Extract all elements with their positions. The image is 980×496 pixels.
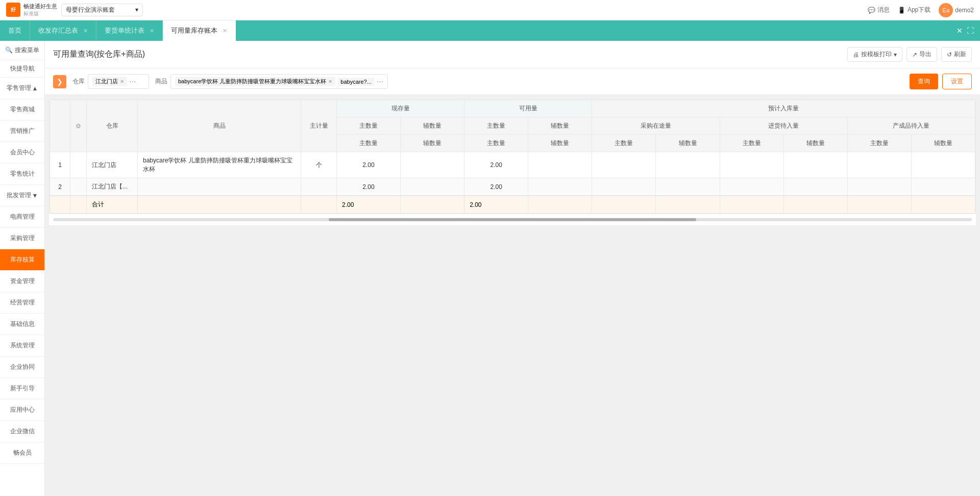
cell-settings-2 [70, 178, 87, 196]
user-profile[interactable]: Ea demo2 [939, 3, 974, 17]
sidebar-item-operations[interactable]: 经营管理 [0, 292, 44, 314]
main-layout: 🔍 搜索菜单 快捷导航 零售管理 ▲ 零售商城 营销推广 会员中心 零售统计 批… [0, 41, 980, 496]
table-row: 2 江北门店【... 2.00 2.00 [50, 178, 975, 196]
sidebar-item-marketing[interactable]: 营销推广 [0, 121, 44, 142]
sidebar: 🔍 搜索菜单 快捷导航 零售管理 ▲ 零售商城 营销推广 会员中心 零售统计 批… [0, 41, 45, 496]
close-all-tabs-icon[interactable]: ✕ [957, 27, 963, 35]
refresh-button[interactable]: ↺ 刷新 [941, 47, 972, 62]
sidebar-item-enterprise[interactable]: 企业协同 [0, 357, 44, 378]
footer-pt-main [592, 196, 656, 214]
sidebar-item-app-center[interactable]: 应用中心 [0, 399, 44, 421]
product-input[interactable]: babycare学饮杯 儿童防摔防撞吸管杯重力球吸嘴杯宝宝水杯 ✕ babyca… [170, 74, 388, 89]
cell-cur-main-2: 2.00 [337, 178, 401, 196]
th-cur-main-qty: 主数量 [337, 135, 401, 152]
fullscreen-icon[interactable]: ⛶ [967, 27, 974, 35]
footer-empty-3 [138, 196, 301, 214]
filter-bar: ❯ 仓库 江北门店 ✕ ··· 商品 [45, 68, 980, 95]
scroll-container [49, 214, 976, 225]
product-filter-group: 商品 babycare学饮杯 儿童防摔防撞吸管杯重力球吸嘴杯宝宝水杯 ✕ bab… [155, 74, 388, 89]
sidebar-item-retail-stats[interactable]: 零售统计 [0, 163, 44, 185]
sidebar-item-basic-info[interactable]: 基础信息 [0, 314, 44, 335]
chevron-right-icon: ❯ [57, 78, 63, 86]
product-label: 商品 [155, 77, 167, 86]
th-prodp-main: 主数量 [847, 135, 911, 152]
warehouse-input[interactable]: 江北门店 ✕ ··· [88, 74, 149, 89]
warehouse-label: 仓库 [72, 77, 85, 86]
th-expected-in: 预计入库量 [592, 100, 975, 117]
sidebar-item-vip[interactable]: 畅会员 [0, 442, 44, 464]
settings-gear-icon[interactable]: ⚙ [76, 123, 81, 130]
product-tag-1-close[interactable]: ✕ [328, 79, 332, 84]
warehouse-tag-close[interactable]: ✕ [120, 79, 124, 84]
product-more-icon[interactable]: ··· [377, 77, 383, 86]
cell-prodp-main-1 [847, 152, 911, 178]
sidebar-item-retail-mgmt[interactable]: 零售管理 ▲ [0, 78, 44, 99]
filter-expand-button[interactable]: ❯ [53, 75, 66, 88]
th-current-main: 主数量 [337, 117, 401, 135]
th-purchase-pending: 进货待入量 [720, 117, 847, 135]
tab-receive-summary-close[interactable]: ✕ [83, 28, 88, 34]
sidebar-quick-nav[interactable]: 快捷导航 [0, 60, 44, 78]
footer-pp-main [720, 196, 783, 214]
export-button[interactable]: ↗ 导出 [906, 47, 937, 62]
tab-order-stats[interactable]: 要货单统计表 ✕ [96, 20, 163, 41]
sidebar-item-ecommerce[interactable]: 电商管理 [0, 206, 44, 228]
sidebar-search[interactable]: 🔍 搜索菜单 [0, 41, 44, 60]
app-download-button[interactable]: 📱 App下载 [898, 6, 930, 14]
sidebar-item-batch-mgmt[interactable]: 批发管理 ▼ [0, 185, 44, 206]
th-product: 商品 [138, 100, 301, 152]
footer-empty-4 [301, 196, 337, 214]
table-container: ⚙ 仓库 商品 主计量 现存量 可用量 预计入库量 主数量 辅数量 [49, 99, 976, 214]
th-main-unit: 主计量 [301, 100, 337, 152]
footer-avail-aux [528, 196, 592, 214]
tab-available-inventory-close[interactable]: ✕ [223, 28, 227, 34]
table-row: 1 江北门店 babycare学饮杯 儿童防摔防撞吸管杯重力球吸嘴杯宝宝水杯 个… [50, 152, 975, 178]
cell-unit-1: 个 [301, 152, 337, 178]
refresh-icon: ↺ [947, 51, 952, 58]
store-selector[interactable]: 母婴行业演示账套 ▾ [61, 4, 143, 16]
store-name: 母婴行业演示账套 [66, 6, 115, 14]
th-av-aux-qty: 辅数量 [528, 135, 592, 152]
sidebar-item-enterprise-wechat[interactable]: 企业微信 [0, 421, 44, 442]
th-pp-main: 主数量 [720, 135, 783, 152]
tab-receive-summary[interactable]: 收发存汇总表 ✕ [30, 20, 96, 41]
warehouse-more-icon[interactable]: ··· [129, 77, 136, 86]
logo-subtitle: 标准版 [23, 10, 57, 17]
cell-warehouse-2: 江北门店【... [87, 178, 138, 196]
tab-available-inventory[interactable]: 可用量库存账本 ✕ [163, 20, 236, 41]
th-pt-aux: 辅数量 [656, 135, 720, 152]
sidebar-item-retail-mall[interactable]: 零售商城 [0, 99, 44, 121]
page-header: 可用量查询(按仓库+商品) 🖨 按模板打印 ▾ ↗ 导出 ↺ 刷新 [45, 41, 980, 68]
sidebar-item-inventory[interactable]: 库存核算 [0, 249, 44, 271]
app-download-icon: 📱 [898, 7, 905, 14]
horizontal-scrollbar[interactable] [53, 218, 972, 221]
template-print-button[interactable]: 🖨 按模板打印 ▾ [847, 47, 902, 62]
inventory-table: ⚙ 仓库 商品 主计量 现存量 可用量 预计入库量 主数量 辅数量 [50, 100, 975, 214]
th-warehouse: 仓库 [87, 100, 138, 152]
cell-pt-aux-2 [656, 178, 720, 196]
footer-label: 合计 [87, 196, 138, 214]
sidebar-item-system[interactable]: 系统管理 [0, 335, 44, 357]
table-footer-row: 合计 2.00 2.00 [50, 196, 975, 214]
message-icon: 💬 [868, 7, 875, 14]
th-settings[interactable]: ⚙ [70, 100, 87, 152]
cell-pp-aux-1 [783, 152, 847, 178]
query-button[interactable]: 查询 [910, 74, 938, 89]
sidebar-item-new-guide[interactable]: 新手引导 [0, 378, 44, 399]
warehouse-filter-group: 仓库 江北门店 ✕ ··· [72, 74, 149, 89]
search-icon: 🔍 [5, 46, 13, 54]
settings-button[interactable]: 设置 [942, 74, 972, 89]
sidebar-item-finance[interactable]: 资金管理 [0, 271, 44, 292]
product-tag-1: babycare学饮杯 儿童防摔防撞吸管杯重力球吸嘴杯宝宝水杯 ✕ [175, 77, 335, 86]
tab-home[interactable]: 首页 [0, 20, 30, 41]
sidebar-item-member-center[interactable]: 会员中心 [0, 142, 44, 163]
cell-pp-main-2 [720, 178, 783, 196]
message-button[interactable]: 💬 消息 [868, 6, 890, 14]
print-icon: 🖨 [853, 51, 859, 58]
th-current-aux: 辅数量 [401, 117, 464, 135]
footer-empty-1 [50, 196, 70, 214]
sidebar-item-purchase[interactable]: 采购管理 [0, 228, 44, 249]
chevron-icon: ▲ [32, 85, 38, 92]
tab-order-stats-close[interactable]: ✕ [150, 28, 154, 34]
page-title: 可用量查询(按仓库+商品) [53, 49, 145, 60]
